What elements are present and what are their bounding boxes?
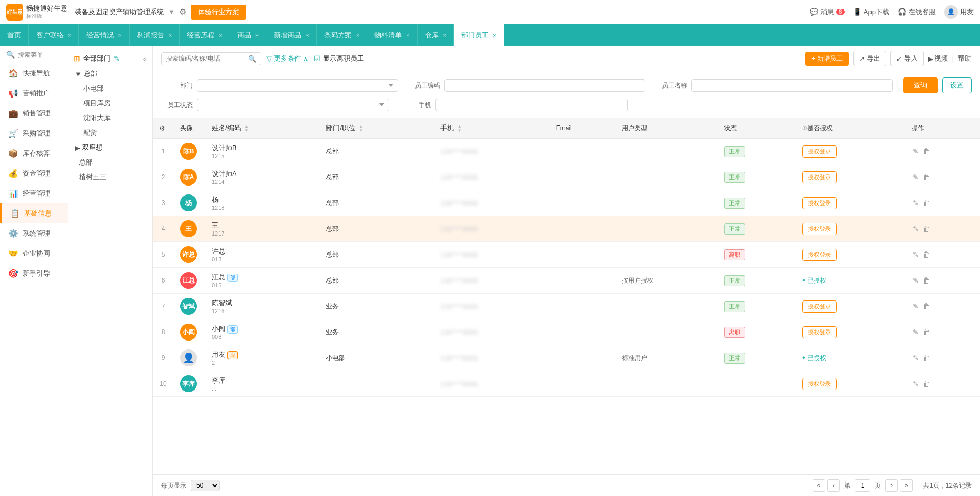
tree-item-zhishu[interactable]: 植树王三 (68, 170, 152, 184)
collapse-icon[interactable]: « (143, 55, 147, 63)
last-page-btn[interactable]: » (900, 479, 913, 492)
next-page-btn[interactable]: › (885, 479, 898, 492)
sidebar-item-collab[interactable]: 🤝 企业协同 (0, 244, 68, 264)
close-icon[interactable]: × (118, 32, 121, 38)
edit-btn[interactable]: ✎ (912, 275, 920, 286)
sidebar-item-sales[interactable]: 💼 销售管理 (0, 103, 68, 123)
delete-btn[interactable]: 🗑 (922, 223, 931, 234)
search-input[interactable] (166, 55, 245, 62)
auth-login-btn[interactable]: 授权登录 (802, 378, 837, 390)
tree-section-zongbu[interactable]: ▼ 总部 (68, 66, 152, 81)
auth-login-btn[interactable]: 授权登录 (802, 249, 837, 261)
tab-barcode[interactable]: 条码方案× (317, 24, 367, 46)
delete-btn[interactable]: 🗑 (922, 275, 931, 286)
tree-section-shuangzuoxiang[interactable]: ▶ 双座想 (68, 140, 152, 155)
help-btn[interactable]: 帮助 (958, 54, 972, 63)
sidebar-search-input[interactable] (18, 51, 68, 59)
gear-icon[interactable]: ⚙ (179, 7, 186, 17)
show-inactive-toggle[interactable]: ☑ 显示离职员工 (314, 54, 364, 63)
video-btn[interactable]: ▶ 视频 (928, 54, 948, 63)
sidebar-item-marketing[interactable]: 📢 营销推广 (0, 83, 68, 103)
dept-select[interactable] (197, 79, 398, 92)
col-phone[interactable]: 手机 ▲ ▼ (434, 118, 549, 139)
tab-new-goods[interactable]: 新增商品× (266, 24, 316, 46)
edit-btn[interactable]: ✎ (912, 301, 920, 312)
delete-btn[interactable]: 🗑 (922, 353, 931, 363)
delete-btn[interactable]: 🗑 (922, 301, 931, 312)
close-icon[interactable]: × (68, 32, 71, 38)
import-btn[interactable]: ↙ 导入 (890, 51, 924, 66)
col-dept-position[interactable]: 部门/职位 ▲ ▼ (320, 118, 434, 139)
close-icon[interactable]: × (443, 32, 446, 38)
tree-item-xiaodiangbu[interactable]: 小电部 (68, 81, 152, 96)
settings-btn[interactable]: 设置 (942, 77, 972, 93)
sidebar-item-operation[interactable]: 📊 经营管理 (0, 183, 68, 203)
edit-btn[interactable]: ✎ (912, 249, 920, 260)
query-btn[interactable]: 查询 (903, 77, 938, 93)
first-page-btn[interactable]: « (813, 479, 825, 492)
dept-edit-icon[interactable]: ✎ (114, 54, 120, 63)
close-icon[interactable]: × (305, 32, 309, 38)
page-size-select[interactable]: 50 100 200 (191, 480, 220, 491)
edit-btn[interactable]: ✎ (912, 223, 920, 234)
tab-goods[interactable]: 商品× (230, 24, 266, 46)
tab-customer[interactable]: 客户联络× (29, 24, 79, 46)
tab-warehouse[interactable]: 仓库× (418, 24, 454, 46)
tab-profit[interactable]: 利润报告× (130, 24, 180, 46)
auth-login-btn[interactable]: 授权登录 (802, 223, 837, 235)
delete-btn[interactable]: 🗑 (922, 172, 931, 182)
system-dropdown-arrow[interactable]: ▼ (168, 8, 175, 16)
close-icon[interactable]: × (356, 32, 359, 38)
auth-login-btn[interactable]: 授权登录 (802, 197, 837, 209)
tab-home[interactable]: 首页 (0, 24, 29, 46)
sidebar-item-quicknav[interactable]: 🏠 快捷导航 (0, 63, 68, 83)
delete-btn[interactable]: 🗑 (922, 249, 931, 260)
app-download-btn[interactable]: 📱 App下载 (853, 7, 889, 17)
trial-button[interactable]: 体验行业方案 (191, 5, 246, 20)
export-btn[interactable]: ↗ 导出 (853, 51, 886, 66)
edit-btn[interactable]: ✎ (912, 146, 920, 157)
auth-login-btn[interactable]: 授权登录 (802, 326, 837, 338)
delete-btn[interactable]: 🗑 (922, 327, 931, 337)
auth-login-btn[interactable]: 授权登录 (802, 300, 837, 313)
online-service-btn[interactable]: 🎧 在线客服 (898, 7, 936, 17)
edit-btn[interactable]: ✎ (912, 172, 920, 182)
close-icon[interactable]: × (493, 32, 496, 38)
col-settings[interactable]: ⚙ (153, 118, 174, 139)
user-btn[interactable]: 👤 用友 (944, 5, 974, 19)
tab-business[interactable]: 经营情况× (79, 24, 129, 46)
close-icon[interactable]: × (169, 32, 172, 38)
more-filter-btn[interactable]: ▽ 更多条件 ∧ (266, 54, 309, 63)
tab-history[interactable]: 经营历程× (180, 24, 230, 46)
status-select[interactable] (197, 99, 389, 111)
add-employee-btn[interactable]: + 新增员工 (805, 52, 848, 66)
empname-input[interactable] (691, 79, 893, 92)
delete-btn[interactable]: 🗑 (922, 198, 931, 208)
message-btn[interactable]: 💬 消息 6 (810, 7, 845, 17)
search-icon[interactable]: 🔍 (248, 55, 256, 63)
close-icon[interactable]: × (219, 32, 222, 38)
sidebar-item-guide[interactable]: 🎯 新手引导 (0, 264, 68, 284)
tab-bom[interactable]: 物料清单× (367, 24, 417, 46)
edit-btn[interactable]: ✎ (912, 353, 920, 363)
prev-page-btn[interactable]: ‹ (827, 479, 840, 492)
auth-login-btn[interactable]: 授权登录 (802, 171, 837, 183)
phone-input[interactable] (435, 99, 628, 111)
tab-dept-staff[interactable]: 部门员工× (454, 24, 504, 46)
col-name-code[interactable]: 姓名/编码 ▲ ▼ (205, 118, 320, 139)
tree-item-shenyangdaku[interactable]: 沈阳大库 (68, 111, 152, 125)
empcode-input[interactable] (444, 79, 646, 92)
tree-item-peihuo[interactable]: 配货 (68, 125, 152, 140)
edit-btn[interactable]: ✎ (912, 198, 920, 208)
tree-item-zongbu2[interactable]: 总部 (68, 155, 152, 170)
sidebar-item-system[interactable]: ⚙️ 系统管理 (0, 223, 68, 244)
edit-btn[interactable]: ✎ (912, 327, 920, 337)
close-icon[interactable]: × (255, 32, 259, 38)
sidebar-item-inventory[interactable]: 📦 库存核算 (0, 143, 68, 163)
delete-btn[interactable]: 🗑 (922, 378, 931, 389)
close-icon[interactable]: × (406, 32, 409, 38)
tree-item-xiangmukufang[interactable]: 项目库房 (68, 96, 152, 111)
auth-login-btn[interactable]: 授权登录 (802, 145, 837, 158)
delete-btn[interactable]: 🗑 (922, 146, 931, 157)
edit-btn[interactable]: ✎ (912, 378, 920, 389)
